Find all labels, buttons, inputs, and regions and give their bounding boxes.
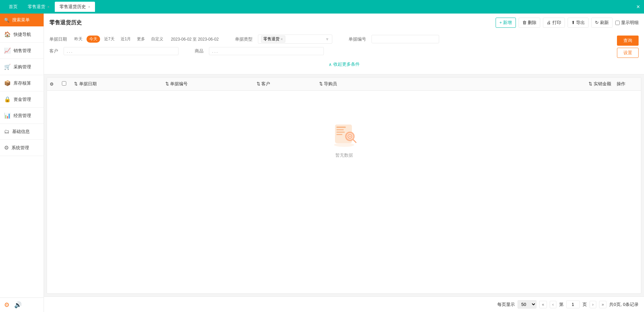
select-all-checkbox[interactable] bbox=[62, 81, 66, 86]
type-tag-remove[interactable]: × bbox=[281, 37, 283, 42]
total-label: 共0页, 0条记录 bbox=[609, 302, 639, 308]
tab-retail-return[interactable]: 零售退货 × bbox=[23, 2, 54, 12]
goods-input[interactable]: ... bbox=[209, 47, 324, 55]
col-guide-label: ⇅ 导购员 bbox=[319, 81, 337, 86]
last-page-button[interactable]: » bbox=[599, 301, 607, 308]
type-filter-label: 单据类型 bbox=[235, 36, 253, 42]
sidebar-item-sales-label: 销售管理 bbox=[14, 48, 31, 54]
doc-no-label: 单据编号 bbox=[349, 36, 366, 42]
collapse-button[interactable]: ∧ 收起更多条件 bbox=[325, 60, 364, 69]
sidebar-item-inventory[interactable]: 📦 库存核算 bbox=[0, 75, 44, 91]
new-button[interactable]: + 新增 bbox=[496, 18, 516, 28]
finance-icon: 🔒 bbox=[4, 96, 11, 103]
table-area: ⚙ ⇅ 单据日期 ⇅ 单据编号 ⇅ 客户 bbox=[47, 77, 641, 294]
sidebar-item-inventory-label: 库存核算 bbox=[14, 80, 31, 86]
filter-right: 查询 设置 bbox=[612, 35, 639, 59]
tab-retail-return-history-close[interactable]: × bbox=[88, 5, 90, 9]
customer-label: 客户 bbox=[49, 48, 58, 54]
date-1month[interactable]: 近1月 bbox=[119, 36, 133, 43]
page-suffix: 页 bbox=[582, 302, 587, 308]
col-guide: ⇅ 导购员 bbox=[316, 77, 393, 91]
tab-retail-return-history-label: 零售退货历史 bbox=[59, 4, 86, 10]
date-custom[interactable]: 自定义 bbox=[149, 36, 165, 43]
doc-no-input[interactable] bbox=[372, 35, 439, 43]
empty-state-row: 暂无数据 bbox=[47, 91, 641, 186]
date-filter-label: 单据日期 bbox=[49, 36, 67, 42]
export-button[interactable]: ⬆ 导出 bbox=[568, 18, 589, 28]
empty-state-cell: 暂无数据 bbox=[47, 91, 641, 186]
sound-icon[interactable]: 🔊 bbox=[14, 301, 22, 309]
sidebar-item-purchase[interactable]: 🛒 采购管理 bbox=[0, 59, 44, 75]
type-filter-input[interactable]: 零售退货 × ▼ bbox=[258, 35, 332, 44]
delete-button[interactable]: 🗑 删除 bbox=[519, 18, 541, 28]
operations-icon: 📊 bbox=[4, 112, 11, 119]
sidebar-item-shortcuts[interactable]: 🏠 快捷导航 bbox=[0, 26, 44, 43]
col-action-label: 操作 bbox=[617, 81, 625, 86]
svg-rect-5 bbox=[336, 134, 342, 135]
next-page-button[interactable]: › bbox=[590, 301, 596, 308]
inventory-icon: 📦 bbox=[4, 80, 11, 86]
sidebar-item-basic-info[interactable]: 🗂 基础信息 bbox=[0, 124, 44, 140]
empty-state-icon bbox=[329, 118, 359, 148]
window-close-button[interactable]: × bbox=[636, 3, 640, 10]
goods-label: 商品 bbox=[195, 48, 204, 54]
col-amount-label: ⇅ 实销金额 bbox=[589, 81, 611, 86]
content-area: 零售退货历史 + 新增 🗑 删除 🖨 打印 ⬆ 导出 ↻ 刷新 显示明细 bbox=[44, 14, 644, 312]
svg-rect-3 bbox=[336, 129, 344, 130]
tab-retail-return-close[interactable]: × bbox=[47, 5, 49, 9]
show-detail-input[interactable] bbox=[615, 21, 620, 25]
col-customer-label: ⇅ 客户 bbox=[257, 81, 270, 86]
collapse-row: ∧ 收起更多条件 bbox=[49, 59, 639, 71]
col-action: 操作 bbox=[614, 77, 641, 91]
sidebar-search-label: 搜索菜单 bbox=[12, 17, 30, 23]
table-settings-icon[interactable]: ⚙ bbox=[50, 82, 54, 87]
date-more[interactable]: 更多 bbox=[135, 36, 147, 43]
tab-home-label: 首页 bbox=[9, 4, 18, 10]
purchase-icon: 🛒 bbox=[4, 64, 11, 70]
svg-point-0 bbox=[334, 143, 354, 147]
col-amount: ⇅ 实销金额 bbox=[393, 77, 614, 91]
page-input[interactable] bbox=[566, 300, 580, 308]
sidebar-item-system-label: 系统管理 bbox=[11, 145, 29, 151]
tab-retail-return-label: 零售退货 bbox=[28, 4, 45, 10]
svg-rect-2 bbox=[336, 127, 346, 128]
customer-input[interactable]: ... bbox=[64, 47, 178, 55]
main-layout: 🔍 搜索菜单 🏠 快捷导航 📈 销售管理 🛒 采购管理 📦 库存核算 🔒 资金管… bbox=[0, 14, 644, 312]
system-icon: ⚙ bbox=[4, 144, 9, 151]
page-label: 第 bbox=[559, 302, 564, 308]
col-doc-no-label: ⇅ 单据编号 bbox=[165, 81, 188, 86]
type-tag: 零售退货 × bbox=[261, 36, 285, 43]
sidebar-item-system[interactable]: ⚙ 系统管理 bbox=[0, 140, 44, 156]
pagination-bar: 每页显示 50 100 200 « ‹ 第 页 › » 共0页, 0条记录 bbox=[44, 296, 644, 312]
svg-rect-4 bbox=[336, 132, 345, 133]
prev-page-button[interactable]: ‹ bbox=[550, 301, 556, 308]
sidebar-item-operations[interactable]: 📊 经营管理 bbox=[0, 108, 44, 124]
col-customer: ⇅ 客户 bbox=[254, 77, 316, 91]
date-7days[interactable]: 近7天 bbox=[102, 36, 117, 43]
sidebar-item-finance[interactable]: 🔒 资金管理 bbox=[0, 91, 44, 108]
first-page-button[interactable]: « bbox=[539, 301, 547, 308]
basic-info-icon: 🗂 bbox=[4, 129, 9, 135]
date-today[interactable]: 今天 bbox=[87, 36, 100, 43]
table-header-row: ⚙ ⇅ 单据日期 ⇅ 单据编号 ⇅ 客户 bbox=[47, 77, 641, 91]
toolbar: + 新增 🗑 删除 🖨 打印 ⬆ 导出 ↻ 刷新 显示明细 bbox=[496, 18, 639, 28]
show-detail-checkbox[interactable]: 显示明细 bbox=[615, 20, 639, 26]
filter-settings-button[interactable]: 设置 bbox=[617, 48, 639, 58]
date-range-value: 2023-06-02 至 2023-06-02 bbox=[171, 37, 218, 42]
query-button[interactable]: 查询 bbox=[617, 36, 639, 46]
home-icon: 🏠 bbox=[4, 31, 11, 38]
tab-home[interactable]: 首页 bbox=[4, 2, 22, 12]
type-dropdown-icon[interactable]: ▼ bbox=[325, 37, 329, 42]
settings-icon[interactable]: ⚙ bbox=[4, 301, 9, 309]
print-button[interactable]: 🖨 打印 bbox=[543, 18, 565, 28]
sidebar-item-sales[interactable]: 📈 销售管理 bbox=[0, 43, 44, 59]
sidebar: 🔍 搜索菜单 🏠 快捷导航 📈 销售管理 🛒 采购管理 📦 库存核算 🔒 资金管… bbox=[0, 14, 44, 312]
table-header: ⚙ ⇅ 单据日期 ⇅ 单据编号 ⇅ 客户 bbox=[47, 77, 641, 91]
sidebar-search[interactable]: 🔍 搜索菜单 bbox=[0, 14, 44, 26]
date-yesterday[interactable]: 昨天 bbox=[72, 36, 85, 43]
filter-row-2: 客户 ... 商品 ... bbox=[49, 47, 612, 55]
tab-retail-return-history[interactable]: 零售退货历史 × bbox=[55, 2, 95, 12]
per-page-select[interactable]: 50 100 200 bbox=[518, 300, 536, 309]
refresh-button[interactable]: ↻ 刷新 bbox=[591, 18, 613, 28]
page-title: 零售退货历史 bbox=[49, 19, 82, 26]
